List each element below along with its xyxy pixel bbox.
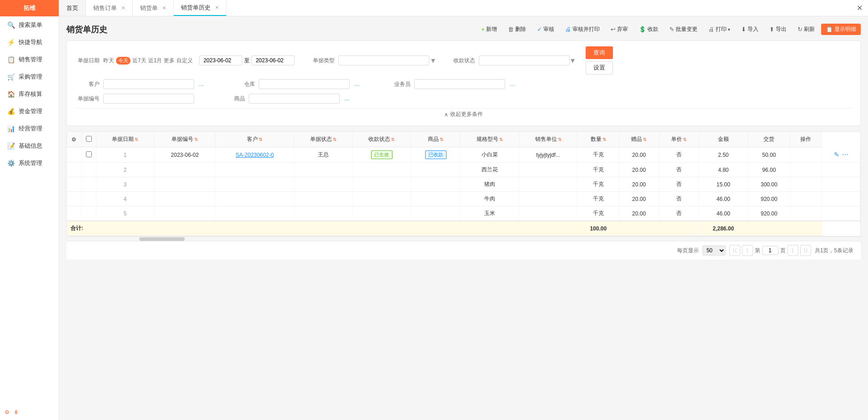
sidebar-item-ops-mgmt[interactable]: 📊 经营管理 [0,120,59,137]
shortcut-1month[interactable]: 近1月 [148,57,162,65]
scrollbar-thumb[interactable] [139,237,185,241]
tab-sales-order-close[interactable]: ✕ [121,5,125,10]
edit-icon[interactable]: ✎ [834,151,839,158]
col-amount: 金额 [698,132,748,147]
sidebar-item-finance-mgmt[interactable]: 💰 资金管理 [0,103,59,120]
row-doc-status [352,206,411,221]
salesperson-input[interactable] [414,79,505,89]
row-quantity: 20.00 [619,192,659,206]
next-page-button[interactable]: ⟩ [788,245,798,256]
col-quantity[interactable]: 数量⇅ [577,132,619,147]
close-all-tabs[interactable]: ✕ [851,4,868,12]
audit-button[interactable]: ✓ 审核 [532,24,559,35]
sort-customer-icon: ⇅ [259,137,262,142]
pay-status-input[interactable] [479,55,570,65]
tab-sales-delivery-close[interactable]: ✕ [162,5,166,10]
sidebar-item-sales-mgmt[interactable]: 📋 销售管理 [0,51,59,68]
first-page-button[interactable]: ⟨⟨ [729,245,740,256]
col-spec[interactable]: 规格型号⇅ [461,132,519,147]
doc-type-input[interactable] [338,55,429,65]
chart-icon: 📊 [7,125,15,132]
row-product: 小白菜 [461,147,519,163]
salesperson-more-icon[interactable]: … [510,81,515,87]
product-input[interactable] [249,94,340,104]
sidebar-item-search-menu[interactable]: 🔍 搜索菜单 [0,16,59,34]
audit-print-button[interactable]: 🖨 审核并打印 [561,24,604,35]
row-num: 2 [96,163,154,177]
col-unit[interactable]: 销售单位⇅ [519,132,577,147]
date-label: 单据日期 [74,57,100,65]
last-page-button[interactable]: ⟩⟩ [800,245,811,256]
print-button[interactable]: 🖨 打印 ▾ [704,24,735,35]
doc-number-input[interactable] [103,94,194,104]
col-settings[interactable]: ⚙ [67,132,81,147]
sort-gift-icon: ⇅ [643,137,647,142]
warehouse-more-icon[interactable]: … [354,81,360,87]
table-row: 2 西兰花 千克 20.00 否 4.80 96.00 [67,163,860,177]
sidebar-item-basic-info[interactable]: 📝 基础信息 [0,137,59,155]
col-product[interactable]: 商品⇅ [411,132,461,147]
tab-sales-history-close[interactable]: ✕ [215,5,219,10]
col-doc-status[interactable]: 单据状态⇅ [294,132,352,147]
add-button[interactable]: + 新增 [477,24,502,35]
shortcut-more[interactable]: 更多 [164,57,175,65]
row-quantity: 20.00 [619,147,659,163]
col-unit-price[interactable]: 单价⇅ [659,132,698,147]
tab-sales-history[interactable]: 销货单历史 ✕ [174,0,226,16]
more-icon[interactable]: ⋯ [842,151,848,158]
product-more-icon[interactable]: … [344,95,350,102]
shortcut-yesterday[interactable]: 昨天 [103,57,114,65]
sidebar-collapse-icon[interactable]: ⏸ [13,409,19,415]
date-to-input[interactable] [251,55,295,65]
gear-icon: ⚙️ [7,160,15,167]
col-gift[interactable]: 赠品⇅ [619,132,659,147]
row-checkbox[interactable] [86,151,92,157]
batch-change-button[interactable]: ✎ 批量变更 [665,24,702,35]
customer-more-icon[interactable]: … [199,81,204,87]
delete-button[interactable]: 🗑 删除 [503,24,531,35]
tab-sales-order[interactable]: 销售订单 ✕ [86,0,133,16]
prev-page-button[interactable]: ⟨ [742,245,753,256]
sidebar-item-purchase-mgmt[interactable]: 🛒 采购管理 [0,68,59,85]
row-amount: 920.00 [748,192,790,206]
col-pay-status[interactable]: 收款状态⇅ [352,132,411,147]
date-from-input[interactable] [199,55,242,65]
doc-number-link[interactable]: SA-20230602-0 [236,152,274,158]
row-settings [67,192,81,206]
sidebar-item-inventory[interactable]: 🏠 库存核算 [0,85,59,103]
query-button[interactable]: 查询 [586,46,613,59]
horizontal-scrollbar[interactable] [66,236,861,241]
doc-type-dropdown-icon[interactable]: ▾ [431,55,435,65]
import-button[interactable]: ⬇ 导入 [737,24,763,35]
row-check [81,206,96,221]
col-customer[interactable]: 客户⇅ [216,132,294,147]
refresh-button[interactable]: ↻ 刷新 [793,24,819,35]
sort-doc-status-icon: ⇅ [333,137,336,142]
tab-home[interactable]: 首页 [59,0,86,16]
show-detail-button[interactable]: 📋 显示明细 [821,24,861,35]
filter-settings-button[interactable]: 设置 [586,61,613,75]
abandon-button[interactable]: ↩ 弃审 [606,24,632,35]
export-button[interactable]: ⬆ 导出 [765,24,791,35]
page-number-input[interactable] [762,246,778,255]
select-all-checkbox[interactable] [86,136,92,142]
customer-input[interactable] [103,79,194,89]
print-dropdown-icon: ▾ [728,27,730,32]
sidebar-item-quick-nav[interactable]: ⚡ 快捷导航 [0,34,59,51]
pay-status-dropdown-icon[interactable]: ▾ [571,55,575,65]
sidebar-item-sys-mgmt[interactable]: ⚙️ 系统管理 [0,155,59,172]
import-icon: ⬇ [741,26,746,33]
col-date[interactable]: 单据日期⇅ [96,132,154,147]
page-size-select[interactable]: 50 100 200 [702,245,726,255]
collapse-btn[interactable]: ∧ 收起更多条件 [74,108,853,120]
warehouse-input[interactable] [259,79,350,89]
row-unit-price: 2.50 [698,147,748,163]
sidebar-settings-icon[interactable]: ⚙ [5,409,10,415]
shortcut-7days[interactable]: 近7天 [132,57,146,65]
col-number[interactable]: 单据编号⇅ [154,132,215,147]
shortcut-today[interactable]: 今天 [116,57,130,65]
collect-button[interactable]: 💲 收款 [634,24,663,35]
shortcut-custom[interactable]: 自定义 [176,57,193,65]
refresh-icon: ↻ [798,26,803,33]
tab-sales-delivery[interactable]: 销货单 ✕ [133,0,174,16]
